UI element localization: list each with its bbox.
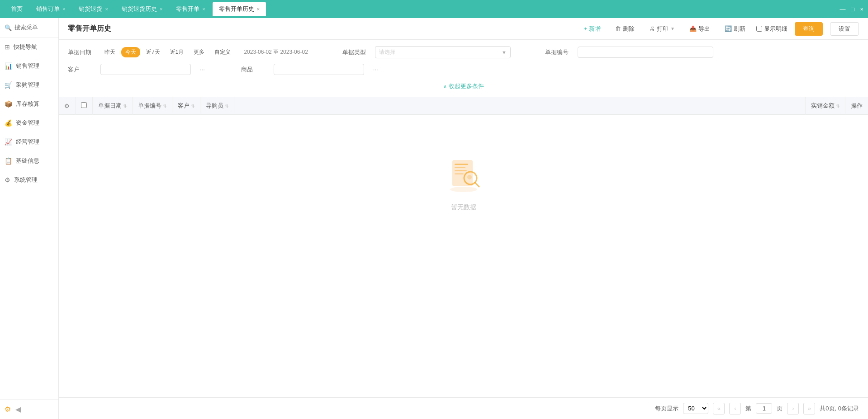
- th-customer-label: 客户: [178, 102, 190, 110]
- filter-row-2: 客户 ··· 商品 ···: [68, 64, 859, 75]
- sidebar-item-purchase-mgmt-label: 采购管理: [16, 81, 39, 89]
- tab-sales-return[interactable]: 销货退货 ×: [72, 2, 114, 16]
- th-doc-no-label: 单据编号: [138, 102, 161, 110]
- th-action: 操作: [845, 97, 868, 115]
- query-button[interactable]: 查询: [795, 22, 823, 36]
- page-prev-btn[interactable]: ‹: [729, 403, 741, 414]
- delete-button[interactable]: 🗑 删除: [612, 23, 638, 35]
- sidebar-item-sales-mgmt[interactable]: 📊 销售管理: [0, 56, 58, 75]
- tab-sales-return-history[interactable]: 销货退货历史 ×: [115, 2, 169, 16]
- sidebar-item-basic-info[interactable]: 📋 基础信息: [0, 151, 58, 170]
- print-button[interactable]: 🖨 打印 ▼: [645, 23, 678, 35]
- page-first-btn[interactable]: «: [713, 403, 725, 414]
- empty-cell: 暂无数据: [59, 115, 868, 230]
- show-detail-checkbox[interactable]: 显示明细: [756, 25, 787, 33]
- collapse-filter-label: 收起更多条件: [449, 82, 484, 90]
- tab-sales-order[interactable]: 销售订单 ×: [30, 2, 71, 16]
- sort-icon-doc-date[interactable]: ⇅: [123, 104, 127, 108]
- goods-input[interactable]: [274, 64, 364, 75]
- sort-icon-customer[interactable]: ⇅: [191, 104, 194, 108]
- sidebar-item-basic-info-label: 基础信息: [16, 157, 39, 165]
- tab-retail-history[interactable]: 零售开单历史 ×: [213, 2, 266, 16]
- chevron-up-icon: ∧: [443, 84, 447, 89]
- per-page-select[interactable]: 50 100 200: [683, 403, 708, 414]
- date-btn-last7[interactable]: 近7天: [142, 47, 164, 57]
- tab-sales-return-close[interactable]: ×: [105, 6, 108, 12]
- minimize-btn[interactable]: —: [840, 6, 846, 13]
- print-dropdown-icon: ▼: [670, 26, 675, 31]
- sidebar-item-sys-mgmt[interactable]: ⚙ 系统管理: [0, 170, 58, 189]
- page-title: 零售开单历史: [68, 24, 111, 33]
- page-next-icon: ›: [792, 405, 794, 412]
- doc-no-input[interactable]: [578, 47, 713, 58]
- show-detail-input[interactable]: [756, 26, 762, 32]
- empty-row: 暂无数据: [59, 115, 868, 230]
- table-body: 暂无数据: [59, 115, 868, 230]
- collapse-filter-btn[interactable]: ∧ 收起更多条件: [68, 80, 859, 92]
- page-number-input[interactable]: [756, 403, 772, 414]
- export-icon: 📤: [689, 25, 697, 32]
- customer-ellipsis[interactable]: ···: [198, 66, 207, 73]
- doc-type-value: 请选择: [379, 48, 395, 56]
- doc-no-label: 单据编号: [545, 48, 570, 56]
- sidebar: 🔍 搜索采单 ⊞ 快捷导航 📊 销售管理 🛒 采购管理 📦 库存核算 💰 资金管…: [0, 18, 59, 419]
- pagination-bar: 每页显示 50 100 200 « ‹ 第 页 › » 共0页, 0条记录: [59, 397, 868, 419]
- sidebar-item-purchase-mgmt[interactable]: 🛒 采购管理: [0, 75, 58, 94]
- sort-icon-salesman[interactable]: ⇅: [225, 104, 228, 108]
- sidebar-collapse-icon[interactable]: ◀: [15, 405, 21, 414]
- sidebar-item-inventory-check[interactable]: 📦 库存核算: [0, 94, 58, 113]
- tab-bar: 首页 销售订单 × 销货退货 × 销货退货历史 × 零售开单 × 零售开单历史 …: [5, 2, 840, 16]
- sidebar-search[interactable]: 🔍 搜索采单: [0, 18, 58, 38]
- date-btn-custom[interactable]: 自定义: [210, 47, 235, 57]
- refresh-button[interactable]: 🔄 刷新: [721, 23, 749, 35]
- basic-info-icon: 📋: [5, 157, 12, 165]
- maximize-btn[interactable]: □: [851, 6, 855, 13]
- sidebar-item-ops-mgmt[interactable]: 📈 经营管理: [0, 132, 58, 151]
- sidebar-item-fund-mgmt[interactable]: 💰 资金管理: [0, 113, 58, 132]
- sys-mgmt-icon: ⚙: [5, 176, 10, 184]
- tab-retail-history-close[interactable]: ×: [257, 6, 260, 12]
- page-next-btn[interactable]: ›: [787, 403, 799, 414]
- sidebar-footer: ⚙ ◀: [0, 399, 58, 419]
- filter-area: 单据日期 昨天 今天 近7天 近1月 更多 自定义 2023-06-02 至 2…: [59, 40, 868, 97]
- date-btn-yesterday[interactable]: 昨天: [100, 47, 119, 57]
- customer-label: 客户: [68, 66, 93, 74]
- date-btn-last1m[interactable]: 近1月: [166, 47, 188, 57]
- tab-retail-history-label: 零售开单历史: [219, 5, 254, 13]
- add-button-label: + 新增: [584, 25, 601, 33]
- date-btn-more[interactable]: 更多: [190, 47, 209, 57]
- select-all-checkbox[interactable]: [81, 102, 87, 108]
- sidebar-item-sys-mgmt-label: 系统管理: [14, 176, 38, 184]
- export-button[interactable]: 📤 导出: [686, 23, 714, 35]
- table-settings-icon[interactable]: ⚙: [64, 103, 70, 109]
- svg-rect-4: [455, 170, 467, 171]
- settings-gear-icon[interactable]: ⚙: [5, 405, 11, 414]
- set-button[interactable]: 设置: [830, 22, 859, 36]
- tab-sales-return-history-close[interactable]: ×: [160, 6, 162, 12]
- empty-state: 暂无数据: [59, 115, 868, 230]
- date-btn-today[interactable]: 今天: [121, 47, 140, 57]
- tab-retail-open[interactable]: 零售开单 ×: [170, 2, 211, 16]
- page-prev-icon: ‹: [734, 405, 736, 412]
- sidebar-item-quick-nav[interactable]: ⊞ 快捷导航: [0, 38, 58, 56]
- close-window-btn[interactable]: ×: [860, 6, 863, 13]
- empty-state-icon: [441, 151, 486, 196]
- sidebar-item-sales-mgmt-label: 销售管理: [16, 62, 39, 70]
- goods-ellipsis[interactable]: ···: [371, 66, 380, 73]
- th-amount-label: 实销金额: [811, 102, 835, 110]
- filter-row-1: 单据日期 昨天 今天 近7天 近1月 更多 自定义 2023-06-02 至 2…: [68, 46, 859, 58]
- tab-retail-open-close[interactable]: ×: [202, 6, 205, 12]
- goods-label: 商品: [241, 66, 266, 74]
- page-prefix-label: 第: [745, 405, 751, 413]
- doc-type-select[interactable]: 请选择 ▼: [375, 46, 511, 58]
- chevron-down-icon: ▼: [502, 50, 507, 55]
- empty-text: 暂无数据: [451, 203, 476, 212]
- tab-home[interactable]: 首页: [5, 2, 29, 16]
- sort-icon-amount[interactable]: ⇅: [836, 104, 840, 108]
- customer-input[interactable]: [100, 64, 191, 75]
- add-button[interactable]: + 新增: [580, 23, 604, 35]
- tab-sales-order-close[interactable]: ×: [62, 6, 65, 12]
- page-last-btn[interactable]: »: [803, 403, 815, 414]
- sort-icon-doc-no[interactable]: ⇅: [163, 104, 166, 108]
- window-controls: — □ ×: [840, 6, 863, 13]
